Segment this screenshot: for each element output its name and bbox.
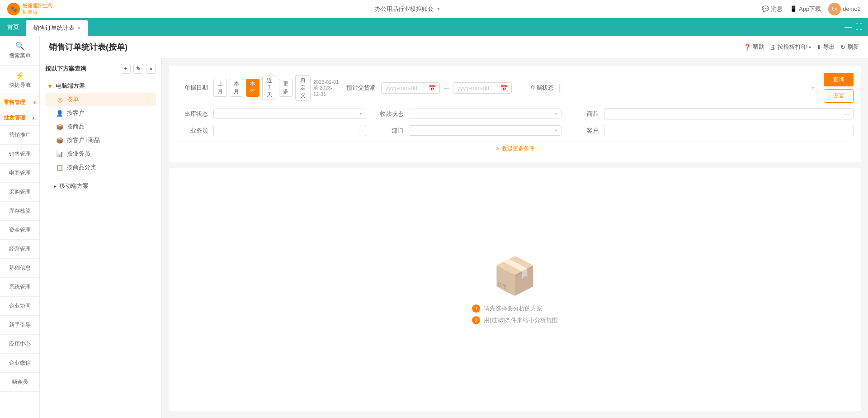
empty-hint-2: 2 用[过滤]条件来缩小分析范围: [472, 316, 557, 324]
logo-area: 🐾 畅捷通好生意 标准版: [7, 3, 52, 15]
wholesale-expand-icon[interactable]: ▲: [31, 115, 36, 120]
pc-category-label: 电脑端方案: [56, 82, 85, 90]
pc-category[interactable]: ▼ 电脑端方案: [45, 79, 156, 93]
right-content: 单据日期 上月 本月 本年 近7天 更多 自定义 2023-01-01 至 20…: [162, 58, 868, 418]
sidebar-item-quicknav[interactable]: ⚡ 快捷导航: [0, 66, 39, 95]
refresh-btn[interactable]: ↻ 刷新: [840, 43, 859, 51]
user-area[interactable]: Ea demo2: [828, 3, 861, 15]
date-btn-more[interactable]: 更多: [279, 79, 292, 97]
sidebar-item-basic[interactable]: 基础信息: [0, 259, 39, 278]
avatar: Ea: [828, 3, 841, 15]
logo-icon: 🐾: [7, 3, 20, 15]
sidebar-item-member[interactable]: 畅会员: [0, 373, 39, 392]
salesperson-select[interactable]: ···: [213, 125, 366, 136]
department-select[interactable]: [409, 125, 561, 136]
scheme-collapse-btn[interactable]: «: [146, 64, 156, 74]
date-btn-thismonth[interactable]: 本月: [230, 79, 243, 97]
bill-status-select[interactable]: [559, 83, 818, 93]
date-btn-custom[interactable]: 自定义: [295, 75, 311, 101]
bill-status-label: 单据状态: [522, 84, 554, 92]
query-btn-area: 查询 设置: [824, 73, 854, 103]
top-bar-right: 💬 消息 📱 App下载 Ea demo2: [762, 3, 861, 15]
department-dropdown-icon: [555, 128, 557, 133]
print-btn[interactable]: 🖨 按模板打印: [770, 43, 811, 51]
salesperson-more-icon[interactable]: ···: [357, 127, 362, 134]
sidebar-item-weixin[interactable]: 企业微信: [0, 354, 39, 373]
scheme-panel: 按以下方案查询 + ✎ « ▼ 电脑端方案 ◎ 按单: [40, 58, 162, 418]
sidebar-item-marketing[interactable]: 营销推广: [0, 126, 39, 145]
page-title: 销售订单统计表(按单): [49, 42, 127, 52]
customer-more-icon[interactable]: ···: [844, 127, 849, 134]
settings-button[interactable]: 设置: [824, 89, 854, 103]
sidebar-item-inventory[interactable]: 库存核算: [0, 202, 39, 221]
empty-hint-1: 1 请先选择要分析的方案: [472, 304, 557, 313]
date-btn-lastmonth[interactable]: 上月: [213, 79, 227, 97]
salesperson-label: 业务员: [176, 127, 208, 135]
scheme-item-bycategory[interactable]: 📋 按商品分类: [45, 161, 156, 174]
date-btn-7days[interactable]: 近7天: [262, 76, 276, 100]
mobile-category[interactable]: ▸ 移动端方案: [52, 180, 156, 192]
scheme-item-bysales[interactable]: 📊 按业务员: [45, 147, 156, 161]
scheme-item-bycustomergoods[interactable]: 📦 按客户+商品: [45, 133, 156, 147]
expected-date-from[interactable]: yyyy-mm-dd 📅: [381, 82, 440, 94]
calendar-from-icon: 📅: [429, 85, 436, 91]
query-button[interactable]: 查询: [824, 73, 854, 86]
print-dropdown-icon[interactable]: [809, 45, 811, 50]
sidebar-item-operations[interactable]: 经营管理: [0, 240, 39, 259]
ship-status-select[interactable]: [213, 109, 366, 119]
scheme-add-btn[interactable]: +: [121, 64, 131, 74]
page-header: 销售订单统计表(按单) ❓ 帮助 🖨 按模板打印 ⬇ 导出 ↻ 刷新: [40, 36, 868, 58]
sidebar-item-search[interactable]: 🔍 搜索菜单: [0, 36, 39, 66]
app-dropdown-icon[interactable]: [437, 6, 440, 12]
payment-status-label: 收款状态: [372, 110, 403, 118]
sidebar-item-finance[interactable]: 资金管理: [0, 221, 39, 240]
customer-select[interactable]: ···: [604, 125, 854, 136]
tab-sales-order[interactable]: 销售订单统计表 ×: [26, 20, 88, 36]
sidebar-section-retail[interactable]: 零售管理: [0, 95, 39, 110]
goods-label: 商品: [567, 110, 599, 118]
scheme-item-bygoods[interactable]: 📦 按商品: [45, 120, 156, 133]
sidebar-item-system[interactable]: 系统管理: [0, 278, 39, 297]
scheme-item-bycustomer[interactable]: 👤 按客户: [45, 106, 156, 120]
export-btn[interactable]: ⬇ 导出: [816, 43, 835, 51]
sidebar-item-appcenter[interactable]: 应用中心: [0, 335, 39, 354]
sidebar: 🔍 搜索菜单 ⚡ 快捷导航 零售管理 批发管理 ▲ 营销推广 销售管理 电商管理…: [0, 36, 40, 418]
main-panel: 按以下方案查询 + ✎ « ▼ 电脑端方案 ◎ 按单: [40, 58, 868, 418]
help-btn[interactable]: ❓ 帮助: [744, 43, 764, 51]
sidebar-item-enterprise[interactable]: 企业协同: [0, 297, 39, 316]
bycustomergoods-icon: 📦: [56, 137, 63, 144]
date-btn-thisyear[interactable]: 本年: [246, 79, 259, 97]
goods-select[interactable]: ···: [604, 108, 854, 119]
sidebar-item-sales[interactable]: 销售管理: [0, 145, 39, 164]
expected-date-to[interactable]: yyyy-mm-dd 📅: [453, 82, 512, 94]
message-btn[interactable]: 💬 消息: [762, 5, 783, 13]
scheme-item-byorder[interactable]: ◎ 按单: [45, 93, 156, 106]
bygoods-icon: 📦: [56, 123, 63, 130]
bycategory-icon: 📋: [56, 164, 63, 171]
tab-close-icon[interactable]: ×: [77, 25, 80, 31]
sidebar-item-ecommerce[interactable]: 电商管理: [0, 164, 39, 183]
content-area: 销售订单统计表(按单) ❓ 帮助 🖨 按模板打印 ⬇ 导出 ↻ 刷新: [40, 36, 868, 418]
export-icon: ⬇: [816, 44, 821, 51]
help-icon: ❓: [744, 44, 751, 51]
byorder-icon: ◎: [56, 96, 63, 103]
calendar-to-icon: 📅: [500, 85, 508, 91]
download-icon: 📱: [790, 5, 797, 12]
logo-text: 畅捷通好生意 标准版: [23, 3, 52, 14]
payment-dropdown-icon: [555, 111, 557, 117]
empty-illustration: 📦: [492, 255, 538, 297]
collapse-bar[interactable]: ∧ 收起更多条件: [176, 142, 854, 155]
sidebar-section-wholesale[interactable]: 批发管理 ▲: [0, 110, 39, 126]
payment-status-select[interactable]: [409, 109, 561, 119]
app-download-btn[interactable]: 📱 App下载: [790, 5, 821, 13]
username-label: demo2: [843, 5, 861, 12]
print-icon: 🖨: [770, 44, 776, 51]
retail-expand-icon[interactable]: [33, 100, 36, 105]
tab-minimize-icon[interactable]: —: [844, 23, 852, 31]
sidebar-item-newuser[interactable]: 新手引导: [0, 316, 39, 335]
tab-maximize-icon[interactable]: ⛶: [855, 23, 863, 31]
scheme-edit-btn[interactable]: ✎: [133, 64, 143, 74]
sidebar-item-purchase[interactable]: 采购管理: [0, 183, 39, 202]
goods-more-icon[interactable]: ···: [844, 110, 849, 117]
tab-home[interactable]: 首页: [0, 18, 26, 36]
